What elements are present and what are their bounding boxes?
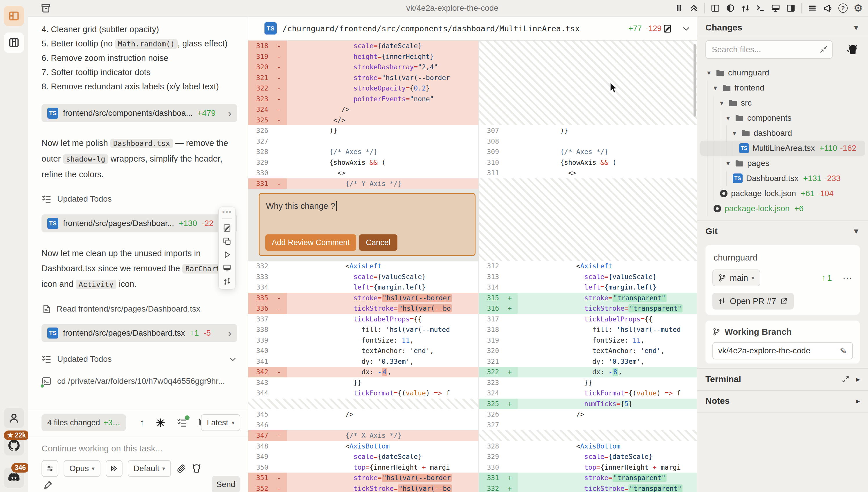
changes-section-header[interactable]: Changes▼ [697, 19, 868, 36]
chevron-down-icon[interactable]: ▾ [733, 129, 742, 137]
monitor-icon[interactable] [771, 3, 780, 13]
diff-line-new[interactable]: 331+stroke="transparent" [479, 472, 697, 483]
diff-line-old[interactable]: 318-scale={dateScale} [248, 41, 478, 51]
ignore-whitespace-icon[interactable] [663, 24, 672, 33]
diff-scrollbar[interactable] [694, 44, 696, 117]
diff-line-old[interactable]: 337tickLabelProps={{ [248, 314, 478, 325]
diff-line-old[interactable]: 321-stroke="hsl(var(--border [248, 73, 478, 83]
read-file-row[interactable]: Read frontend/src/pages/Dashboard.tsx [42, 304, 237, 314]
tree-folder-row[interactable]: ▾src [700, 95, 865, 110]
diff-line-old[interactable]: 333scale={valueScale} [248, 272, 478, 282]
diff-line-old[interactable]: 320-strokeDasharray="2,4" [248, 62, 478, 73]
file-edit-chip[interactable]: TSfrontend/src/components/dashboa...+479… [42, 104, 237, 122]
diff-line-old[interactable]: 319-height={innerHeight} [248, 51, 478, 62]
diff-line-new[interactable]: 314left={margin.left} [479, 282, 697, 293]
github-stars-button[interactable]: ★22k [4, 435, 24, 456]
settings-icon[interactable]: ⚙ [853, 3, 863, 13]
diff-line-new[interactable]: 308 [479, 136, 697, 147]
diff-line-new[interactable]: 318fill: 'hsl(var(--muted [479, 324, 697, 335]
more-menu-icon[interactable]: ⋯ [842, 272, 853, 284]
diff-line-old[interactable]: 322-strokeOpacity={0.2} [248, 83, 478, 94]
diff-line-old[interactable]: 352-tickStroke="hsl(var(--bo [248, 483, 478, 492]
tree-file-row[interactable]: TSMultiLineArea.tsx+110-162 [700, 141, 865, 156]
scroll-up-icon[interactable]: ↑ [139, 417, 145, 429]
git-section-header[interactable]: Git▼ [697, 222, 868, 240]
account-button[interactable] [4, 408, 24, 428]
git-compare-icon[interactable] [222, 277, 231, 286]
todo-row[interactable]: Updated Todos [42, 194, 237, 204]
diff-line-old[interactable]: 323-pointerEvents="none" [248, 94, 478, 104]
diff-line-old[interactable]: 351-stroke="hsl(var(--border [248, 472, 478, 483]
diff-line-old[interactable]: 338fill: 'hsl(var(--muted [248, 324, 478, 335]
tree-file-row[interactable]: package-lock.json+61-104 [700, 186, 865, 201]
help-icon[interactable]: ? [838, 3, 848, 13]
tree-folder-row[interactable]: ▾dashboard [700, 126, 865, 141]
discord-button[interactable]: 346 [4, 468, 24, 488]
edit-pencil-icon[interactable]: ✎ [840, 346, 847, 356]
diff-line-new[interactable]: 327 [479, 420, 697, 430]
diff-line-old[interactable]: 331-{/* Y Axis */} [248, 178, 478, 189]
highlighter-icon[interactable] [43, 479, 53, 490]
diff-line-old[interactable]: 341dy: '0.33em', [248, 356, 478, 367]
diff-line-old[interactable]: 347-{/* X Axis */} [248, 430, 478, 441]
contrast-icon[interactable] [726, 3, 735, 13]
diff-line-old[interactable]: 335-stroke="hsl(var(--border [248, 293, 478, 303]
monitor-icon[interactable] [222, 264, 231, 272]
attach-icon[interactable] [176, 464, 186, 473]
diff-line-old[interactable]: 332<AxisLeft [248, 261, 478, 272]
fast-forward-button[interactable] [106, 460, 122, 477]
file-edit-chip[interactable]: TSfrontend/src/pages/Dashboar...+130-22 [42, 214, 237, 232]
diff-line-new[interactable]: 324tickFormat={(value) => f [479, 388, 697, 399]
diff-line-new[interactable]: 330top={innerHeight + margi [479, 462, 697, 473]
diff-line-new[interactable]: 313scale={valueScale} [479, 272, 697, 282]
diff-line-old[interactable]: 345/> [248, 409, 478, 420]
chevron-down-icon[interactable]: ▾ [713, 84, 722, 92]
diff-line-old[interactable]: 342-dx: -4, [248, 367, 478, 377]
pause-icon[interactable] [675, 4, 683, 13]
diff-line-new[interactable]: 321dy: '0.33em', [479, 356, 697, 367]
diff-line-new[interactable]: 312<AxisLeft [479, 261, 697, 272]
todos-icon[interactable] [177, 417, 187, 428]
branch-dropdown[interactable]: main▾ [712, 270, 760, 286]
drag-handle-icon[interactable]: ••• [222, 210, 232, 214]
model-dropdown[interactable]: Opus▾ [64, 460, 100, 477]
chevron-down-icon[interactable]: ▾ [726, 159, 735, 167]
diff-line-new[interactable]: 332+tickStroke="transparent" [479, 483, 697, 492]
diff-doc-icon[interactable] [222, 224, 231, 232]
diff-line-new[interactable]: 322+dx: -8, [479, 367, 697, 377]
tree-file-row[interactable]: TSDashboard.tsx+131-233 [700, 171, 865, 186]
notes-section-header[interactable]: Notes ▸ [697, 392, 868, 410]
terminal-icon[interactable] [756, 3, 765, 13]
copy-icon[interactable] [222, 237, 231, 246]
diff-line-old[interactable]: 350top={innerHeight + margi [248, 462, 478, 473]
tree-folder-row[interactable]: ▾pages [700, 156, 865, 171]
diff-line-old[interactable]: 340textAnchor: 'end', [248, 345, 478, 356]
cancel-button[interactable]: Cancel [359, 235, 397, 251]
version-dropdown[interactable]: Latest▾ [201, 414, 240, 431]
diff-line-new[interactable]: 307)} [479, 125, 697, 136]
add-review-comment-button[interactable]: Add Review Comment [265, 235, 356, 251]
diff-line-old[interactable]: 348<AxisBottom [248, 441, 478, 452]
kanban-board-button[interactable] [4, 32, 24, 53]
todo-row[interactable]: Updated Todos [42, 354, 237, 364]
diff-line-new[interactable]: 323}} [479, 377, 697, 388]
panel-right-icon[interactable] [786, 3, 795, 13]
diff-line-old[interactable]: 328{/* Axes */} [248, 147, 478, 157]
megaphone-icon[interactable] [823, 3, 832, 13]
diff-line-old[interactable]: 346 [248, 420, 478, 430]
diff-line-old[interactable]: 343}} [248, 377, 478, 388]
collapse-file-icon[interactable] [682, 24, 690, 33]
review-comment-text[interactable]: Why this change ? [266, 201, 337, 211]
mode-dropdown[interactable]: Default▾ [128, 460, 171, 477]
tree-folder-row[interactable]: ▾components [700, 110, 865, 126]
github-cat-icon[interactable] [191, 463, 202, 474]
chevron-down-icon[interactable] [229, 355, 237, 364]
play-icon[interactable] [222, 250, 231, 259]
tree-folder-row[interactable]: ▾frontend [700, 80, 865, 95]
github-cat-icon[interactable] [846, 43, 859, 56]
terminal-command-row[interactable]: cd /private/var/folders/10/h7w0q46556ggr… [42, 376, 237, 386]
diff-line-new[interactable]: 329scale={dateScale} [479, 451, 697, 462]
review-comment-box[interactable]: Why this change ?Add Review CommentCance… [259, 193, 475, 256]
diff-line-old[interactable]: 329{showAxis && ( [248, 157, 478, 168]
collapse-tree-icon[interactable] [819, 45, 828, 54]
